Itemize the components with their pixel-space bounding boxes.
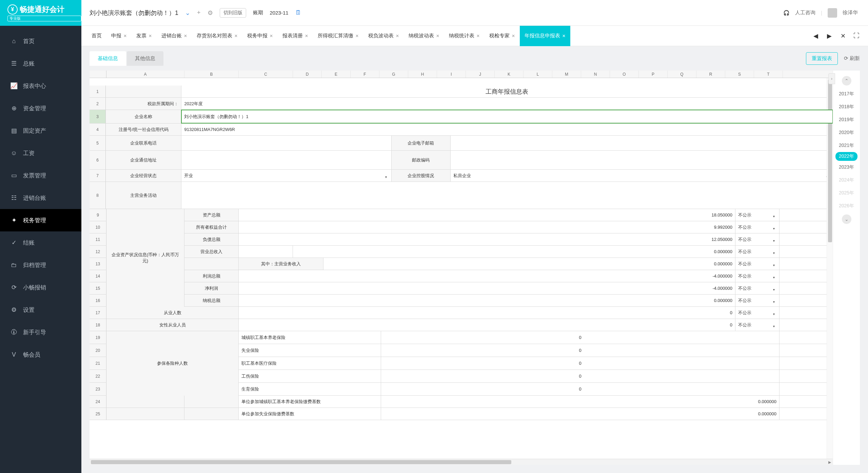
col-header[interactable]: K: [495, 71, 524, 78]
tabs-prev-button[interactable]: ◀: [810, 30, 822, 42]
col-header[interactable]: Q: [668, 71, 696, 78]
tab[interactable]: 存货别名对照表✕: [192, 26, 242, 46]
sidebar-item[interactable]: ▤固定资产: [0, 119, 81, 142]
row-header[interactable]: 18: [90, 319, 106, 331]
cell[interactable]: 开业: [181, 170, 391, 182]
account-selector[interactable]: 刘小艳演示账套（勿删勿动！）1: [90, 9, 178, 17]
calendar-icon[interactable]: 🗓: [295, 9, 301, 16]
cell[interactable]: 不公示: [735, 319, 780, 331]
col-header[interactable]: A: [106, 71, 184, 78]
cell[interactable]: 不公示: [735, 270, 780, 282]
year-item[interactable]: 2021年: [839, 139, 854, 152]
row-header[interactable]: 3: [90, 110, 106, 123]
row-header[interactable]: 24: [90, 396, 106, 408]
sidebar-item[interactable]: 📈报表中心: [0, 75, 81, 97]
sidebar-item[interactable]: ✓结账: [0, 231, 81, 254]
cell[interactable]: [181, 136, 391, 150]
vertical-scrollbar[interactable]: [827, 78, 833, 459]
sidebar-item[interactable]: V畅会员: [0, 343, 81, 366]
cell[interactable]: [451, 151, 833, 169]
cell[interactable]: 不公示: [735, 282, 780, 294]
row-header[interactable]: 13: [90, 258, 106, 270]
col-header[interactable]: J: [466, 71, 495, 78]
year-item[interactable]: 2023年: [839, 161, 854, 174]
tab[interactable]: 报表清册✕: [278, 26, 313, 46]
tab[interactable]: 纳税波动表✕: [404, 26, 444, 46]
tab[interactable]: 申报✕: [106, 26, 132, 46]
row-header[interactable]: 4: [90, 124, 106, 135]
col-header[interactable]: D: [293, 71, 322, 78]
row-header[interactable]: 16: [90, 295, 106, 306]
cell[interactable]: 不公示: [735, 307, 780, 319]
sidebar-item[interactable]: 🗀归档管理: [0, 254, 81, 276]
col-header[interactable]: B: [184, 71, 239, 78]
tabs-next-button[interactable]: ▶: [823, 30, 835, 42]
tab-close-icon[interactable]: ✕: [234, 34, 238, 38]
col-header[interactable]: N: [581, 71, 610, 78]
row-header[interactable]: 5: [90, 136, 106, 150]
sidebar-item[interactable]: 🛈新手引导: [0, 321, 81, 343]
col-header[interactable]: G: [379, 71, 408, 78]
sidebar-item[interactable]: ⊕资金管理: [0, 97, 81, 119]
row-header[interactable]: 7: [90, 170, 106, 182]
row-header[interactable]: 15: [90, 282, 106, 294]
tab-close-icon[interactable]: ✕: [396, 34, 399, 38]
row-header[interactable]: 19: [90, 331, 106, 344]
col-header[interactable]: T: [754, 71, 783, 78]
reset-report-button[interactable]: 重置报表: [806, 52, 838, 65]
sidebar-item[interactable]: ⚙设置: [0, 299, 81, 321]
horizontal-scrollbar[interactable]: ◀▶: [90, 459, 833, 465]
row-header[interactable]: 8: [90, 182, 106, 209]
tab-close-icon[interactable]: ✕: [184, 34, 187, 38]
year-item[interactable]: 2019年: [839, 113, 854, 126]
tab-close-icon[interactable]: ✕: [305, 34, 308, 38]
year-item[interactable]: 2018年: [839, 100, 854, 113]
col-header[interactable]: E: [322, 71, 351, 78]
tab[interactable]: 税检专家✕: [485, 26, 520, 46]
col-header[interactable]: H: [408, 71, 437, 78]
row-header[interactable]: 6: [90, 151, 106, 169]
cell[interactable]: [451, 136, 833, 150]
sidebar-item[interactable]: ▭发票管理: [0, 164, 81, 187]
col-header[interactable]: L: [524, 71, 552, 78]
cell[interactable]: 不公示: [735, 246, 780, 258]
tab[interactable]: 首页: [87, 26, 106, 46]
cell[interactable]: 私营企业: [451, 170, 833, 182]
col-header[interactable]: R: [696, 71, 725, 78]
switch-old-button[interactable]: 切到旧版: [220, 8, 246, 18]
year-up-button[interactable]: ⌃: [842, 76, 851, 86]
subtab-basic[interactable]: 基础信息: [90, 51, 126, 66]
corner-cell[interactable]: [90, 71, 106, 78]
row-header[interactable]: 25: [90, 408, 106, 420]
collapse-year-panel[interactable]: ›: [828, 73, 835, 84]
tab[interactable]: 税负波动表✕: [363, 26, 404, 46]
tabs-fullscreen-button[interactable]: ⛶: [850, 30, 863, 42]
period-value[interactable]: 2023-11: [270, 10, 289, 16]
sidebar-item[interactable]: ⟳小畅报销: [0, 276, 81, 299]
row-header[interactable]: 2: [90, 98, 106, 110]
cell[interactable]: 刘小艳演示账套（勿删勿动！）1: [181, 110, 833, 123]
col-header[interactable]: C: [239, 71, 293, 78]
row-header[interactable]: 12: [90, 246, 106, 258]
year-item[interactable]: 2017年: [839, 88, 854, 100]
tab-close-icon[interactable]: ✕: [512, 34, 515, 38]
col-header[interactable]: M: [552, 71, 581, 78]
cell[interactable]: [181, 182, 833, 209]
row-header[interactable]: 22: [90, 370, 106, 382]
tab[interactable]: 所得税汇算清缴✕: [313, 26, 363, 46]
tab[interactable]: 纳税统计表✕: [444, 26, 485, 46]
cell[interactable]: 不公示: [735, 258, 780, 270]
avatar[interactable]: [828, 8, 837, 18]
tab[interactable]: 发票✕: [132, 26, 157, 46]
row-header[interactable]: 17: [90, 307, 106, 319]
user-name[interactable]: 徐泽华: [843, 10, 858, 16]
plus-icon[interactable]: +: [197, 9, 201, 16]
row-header[interactable]: 21: [90, 357, 106, 370]
tab-close-icon[interactable]: ✕: [149, 34, 152, 38]
cell[interactable]: [181, 151, 391, 169]
row-header[interactable]: 23: [90, 383, 106, 395]
sidebar-item[interactable]: ✦税务管理: [0, 209, 81, 231]
support-link[interactable]: 人工咨询: [795, 10, 815, 16]
subtab-other[interactable]: 其他信息: [127, 51, 163, 66]
col-header[interactable]: P: [639, 71, 668, 78]
